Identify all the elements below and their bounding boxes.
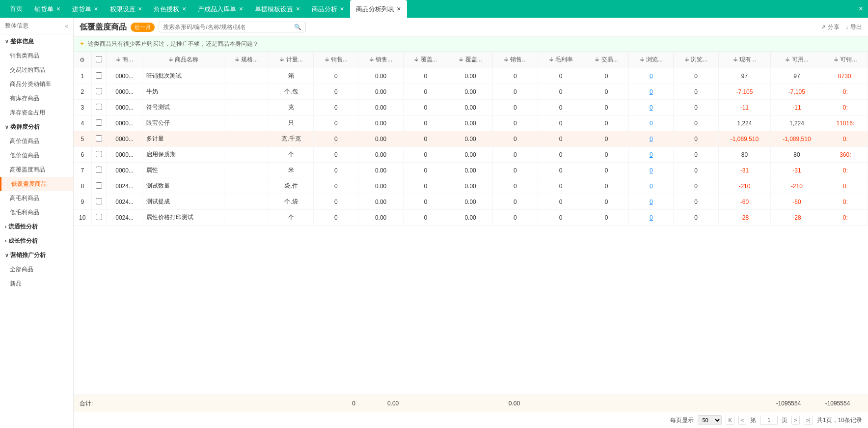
nav-item-analysis[interactable]: 商品分析 × bbox=[306, 0, 350, 18]
row-checkbox-cell[interactable] bbox=[91, 131, 106, 147]
col-code[interactable]: ≑ 商... bbox=[106, 52, 143, 68]
sidebar-section-overall[interactable]: ∨ 整体信息 bbox=[0, 34, 73, 49]
nav-item-analysis-list[interactable]: 商品分析列表 × bbox=[350, 0, 407, 18]
page-number-input[interactable] bbox=[760, 416, 778, 425]
row-checkbox-cell[interactable] bbox=[91, 194, 106, 210]
sidebar-item-high-gross[interactable]: 高毛利商品 bbox=[0, 191, 73, 205]
row-browse1[interactable]: 0 bbox=[629, 84, 674, 100]
sidebar-section-growth[interactable]: › 成长性分析 bbox=[0, 234, 73, 248]
time-filter-button[interactable]: 近一月 bbox=[131, 23, 155, 32]
nav-item-permissions[interactable]: 权限设置 × bbox=[104, 0, 148, 18]
col-cover2[interactable]: ≑ 覆盖... bbox=[448, 52, 492, 68]
row-browse1[interactable]: 0 bbox=[629, 131, 674, 147]
nav-item-products[interactable]: 产成品入库单 × bbox=[192, 0, 249, 18]
row-sales2: 0.00 bbox=[358, 163, 403, 178]
settings-column-header[interactable]: ⚙ bbox=[74, 52, 91, 68]
sidebar-section-flow[interactable]: › 流通性分析 bbox=[0, 220, 73, 234]
row-checkbox[interactable] bbox=[96, 214, 102, 220]
row-browse1[interactable]: 0 bbox=[629, 147, 674, 163]
nav-close-sales[interactable]: × bbox=[56, 5, 60, 13]
row-checkbox[interactable] bbox=[96, 104, 102, 110]
row-checkbox-cell[interactable] bbox=[91, 115, 106, 131]
col-spec[interactable]: ≑ 规格... bbox=[224, 52, 269, 68]
search-icon[interactable]: 🔍 bbox=[294, 24, 301, 30]
row-checkbox-cell[interactable] bbox=[91, 178, 106, 194]
nav-item-home[interactable]: 首页 bbox=[4, 0, 28, 18]
row-cover2: 0.00 bbox=[448, 84, 492, 100]
nav-close-roles[interactable]: × bbox=[182, 5, 186, 13]
col-stock3[interactable]: ≑ 可销... bbox=[823, 52, 868, 68]
row-checkbox[interactable] bbox=[96, 182, 102, 189]
nav-item-roles[interactable]: 角色授权 × bbox=[148, 0, 192, 18]
nav-close-permissions[interactable]: × bbox=[138, 5, 142, 13]
row-checkbox-cell[interactable] bbox=[91, 210, 106, 226]
nav-close-analysis[interactable]: × bbox=[340, 5, 344, 13]
row-checkbox[interactable] bbox=[96, 198, 102, 204]
nav-close-products[interactable]: × bbox=[239, 5, 243, 13]
nav-item-purchase[interactable]: 进货单 × bbox=[66, 0, 104, 18]
sidebar-item-high-coverage[interactable]: 高覆盖度商品 bbox=[0, 163, 73, 177]
sidebar-section-marketing[interactable]: ∨ 营销推广分析 bbox=[0, 248, 73, 262]
search-input[interactable] bbox=[163, 24, 294, 30]
sidebar-item-low-value[interactable]: 低价值商品 bbox=[0, 148, 73, 163]
window-close-button[interactable]: × bbox=[859, 4, 863, 13]
prev-page-button[interactable]: < bbox=[738, 416, 746, 425]
sidebar-item-sales-products[interactable]: 销售类商品 bbox=[0, 49, 73, 63]
row-checkbox-cell[interactable] bbox=[91, 100, 106, 115]
col-unit[interactable]: ≑ 计量... bbox=[269, 52, 313, 68]
col-name[interactable]: ≑ 商品名称 bbox=[143, 52, 224, 68]
sidebar-item-high-value[interactable]: 高价值商品 bbox=[0, 134, 73, 148]
row-browse1[interactable]: 0 bbox=[629, 210, 674, 226]
row-checkbox[interactable] bbox=[96, 72, 102, 79]
row-checkbox[interactable] bbox=[96, 88, 102, 94]
row-checkbox[interactable] bbox=[96, 119, 102, 126]
sidebar-item-in-stock[interactable]: 有库存商品 bbox=[0, 91, 73, 106]
first-page-button[interactable]: K bbox=[726, 416, 734, 425]
sidebar-item-low-coverage[interactable]: 低覆盖度商品 bbox=[0, 177, 73, 191]
col-trade[interactable]: ≑ 交易... bbox=[584, 52, 628, 68]
col-sales3[interactable]: ≑ 销售... bbox=[493, 52, 538, 68]
row-checkbox-cell[interactable] bbox=[91, 147, 106, 163]
col-stock1[interactable]: ≑ 现有... bbox=[718, 52, 770, 68]
row-browse1[interactable]: 0 bbox=[629, 115, 674, 131]
export-button[interactable]: ↓ 导出 bbox=[845, 23, 862, 31]
col-browse2[interactable]: ≑ 浏览... bbox=[674, 52, 718, 68]
sidebar-item-capital[interactable]: 库存资金占用 bbox=[0, 106, 73, 120]
nav-close-purchase[interactable]: × bbox=[94, 5, 98, 13]
col-stock2[interactable]: ≑ 可用... bbox=[771, 52, 823, 68]
sidebar-item-all-products[interactable]: 全部商品 bbox=[0, 262, 73, 277]
sidebar-section-group[interactable]: ∨ 类群度分析 bbox=[0, 120, 73, 134]
row-browse1[interactable]: 0 bbox=[629, 163, 674, 178]
col-sales1[interactable]: ≑ 销售... bbox=[314, 52, 358, 68]
row-cover1: 0 bbox=[403, 147, 448, 163]
row-browse1[interactable]: 0 bbox=[629, 194, 674, 210]
row-checkbox-cell[interactable] bbox=[91, 163, 106, 178]
row-checkbox[interactable] bbox=[96, 167, 102, 173]
row-checkbox[interactable] bbox=[96, 151, 102, 157]
nav-close-analysis-list[interactable]: × bbox=[397, 5, 401, 13]
col-browse1[interactable]: ≑ 浏览... bbox=[629, 52, 674, 68]
nav-close-templates[interactable]: × bbox=[296, 5, 300, 13]
row-browse1[interactable]: 0 bbox=[629, 100, 674, 115]
row-browse1[interactable]: 0 bbox=[629, 68, 674, 84]
last-page-button[interactable]: >| bbox=[804, 416, 813, 425]
row-checkbox-cell[interactable] bbox=[91, 84, 106, 100]
row-browse1[interactable]: 0 bbox=[629, 178, 674, 194]
sidebar-item-traded-products[interactable]: 交易过的商品 bbox=[0, 63, 73, 77]
sidebar-collapse-button[interactable]: « bbox=[65, 23, 68, 29]
select-all-checkbox[interactable] bbox=[96, 56, 102, 62]
nav-item-templates[interactable]: 单据模板设置 × bbox=[249, 0, 306, 18]
per-page-select[interactable]: 50 100 200 bbox=[698, 415, 722, 425]
col-cover1[interactable]: ≑ 覆盖... bbox=[403, 52, 448, 68]
next-page-button[interactable]: > bbox=[791, 416, 799, 425]
table-container[interactable]: ⚙ ≑ 商... ≑ 商品名称 ≑ 规格... ≑ 计量... ≑ 销售... … bbox=[74, 52, 868, 395]
col-sales2[interactable]: ≑ 销售... bbox=[358, 52, 403, 68]
sidebar-item-category-rate[interactable]: 商品分类动销率 bbox=[0, 77, 73, 91]
nav-item-sales[interactable]: 销货单 × bbox=[28, 0, 66, 18]
col-gross[interactable]: ≑ 毛利率 bbox=[538, 52, 584, 68]
share-button[interactable]: ↗ 分享 bbox=[821, 23, 840, 31]
sidebar-item-low-gross[interactable]: 低毛利商品 bbox=[0, 205, 73, 220]
sidebar-item-new-products[interactable]: 新品 bbox=[0, 277, 73, 291]
row-checkbox[interactable] bbox=[96, 135, 102, 142]
row-checkbox-cell[interactable] bbox=[91, 68, 106, 84]
